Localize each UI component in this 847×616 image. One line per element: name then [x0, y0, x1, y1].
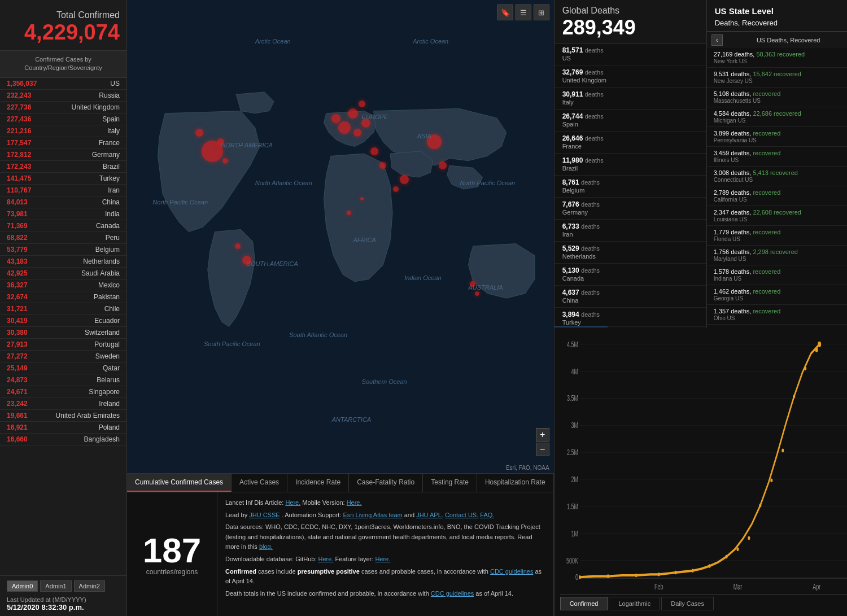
us-state-panel: US State LevelDeaths, Recovered ‹ US Dea…	[707, 0, 847, 327]
death-note: Death totals in the US include confirmed…	[225, 590, 431, 597]
chart-tab-logarithmic[interactable]: Logarithmic	[609, 597, 660, 610]
map-tab-testing-rate[interactable]: Testing Rate	[423, 474, 477, 492]
admin-tab-admin0[interactable]: Admin0	[7, 580, 38, 592]
cdc-link[interactable]: CDC guidelines	[490, 568, 533, 575]
lancet-here-link[interactable]: Here.	[285, 499, 300, 506]
country-list-item[interactable]: 172,243Brazil	[0, 161, 126, 173]
confirmed-note2: cases and probable cases, in accordance …	[361, 568, 490, 575]
countries-label: countries/regions	[146, 568, 198, 576]
svg-text:3.5M: 3.5M	[567, 394, 578, 403]
country-num: 16,660	[7, 435, 28, 443]
country-list-item[interactable]: 1,356,037US	[0, 78, 126, 90]
country-list-item[interactable]: 73,981India	[0, 208, 126, 220]
country-list-item[interactable]: 221,216Italy	[0, 125, 126, 137]
us-location: Maryland US	[714, 256, 746, 262]
map-tab-cumulative-confirmed-cases[interactable]: Cumulative Confirmed Cases	[127, 474, 232, 492]
country-list-item[interactable]: 36,327Mexico	[0, 279, 126, 291]
jhu-csse-link[interactable]: JHU CSSE	[249, 512, 280, 518]
death-num: 30,911	[562, 90, 583, 98]
country-list-item[interactable]: 31,721Chile	[0, 303, 126, 315]
country-list[interactable]: 1,356,037US232,243Russia227,736United Ki…	[0, 78, 126, 575]
svg-text:500K: 500K	[566, 556, 579, 565]
country-num: 25,149	[7, 364, 28, 372]
zoom-out-button[interactable]: −	[536, 443, 549, 456]
death-num: 26,744	[562, 112, 583, 120]
country-list-item[interactable]: 27,913Portugal	[0, 339, 126, 351]
country-list-item[interactable]: 172,812Germany	[0, 149, 126, 161]
faq-link[interactable]: FAQ.	[480, 512, 494, 518]
country-list-item[interactable]: 232,243Russia	[0, 90, 126, 102]
feature-here-link[interactable]: Here.	[375, 556, 390, 562]
zoom-in-button[interactable]: +	[536, 428, 549, 442]
country-list-item[interactable]: 24,873Belarus	[0, 374, 126, 386]
country-list-item[interactable]: 27,272Sweden	[0, 351, 126, 362]
github-here-link[interactable]: Here.	[318, 556, 334, 562]
us-location: Illinois US	[714, 157, 739, 163]
chart-tab-daily-cases[interactable]: Daily Cases	[661, 597, 714, 610]
right-top: Global Deaths 289,349 81,571 deathsUS32,…	[555, 0, 847, 327]
jhu-apl-link[interactable]: JHU APL.	[416, 512, 443, 518]
admin-tab-admin2[interactable]: Admin2	[74, 580, 105, 592]
country-list-item[interactable]: 71,369Canada	[0, 220, 126, 232]
country-num: 53,779	[7, 246, 28, 254]
mobile-here-link[interactable]: Here.	[347, 499, 362, 506]
country-list-item[interactable]: 19,661United Arab Emirates	[0, 410, 126, 422]
country-list-item[interactable]: 84,013China	[0, 196, 126, 208]
country-list-item[interactable]: 227,736United Kingdom	[0, 102, 126, 113]
automation-text: . Automation Support:	[282, 512, 343, 518]
admin-tab-admin1[interactable]: Admin1	[40, 580, 71, 592]
country-name: Italy	[107, 127, 120, 135]
country-list-item[interactable]: 16,660Bangladesh	[0, 434, 126, 445]
country-list-item[interactable]: 177,547France	[0, 137, 126, 149]
country-list-item[interactable]: 43,183Netherlands	[0, 256, 126, 268]
country-name: China	[102, 198, 120, 206]
country-list-item[interactable]: 53,779Belgium	[0, 244, 126, 256]
us-nav-prev[interactable]: ‹	[711, 34, 723, 46]
chart-tab-confirmed[interactable]: Confirmed	[560, 597, 608, 610]
country-list-item[interactable]: 68,822Peru	[0, 232, 126, 244]
outbreak-dot	[360, 197, 364, 200]
deaths-list[interactable]: 81,571 deathsUS32,769 deathsUnited Kingd…	[555, 43, 706, 326]
death-label: deaths	[585, 157, 604, 164]
esri-link[interactable]: Esri Living Atlas team	[343, 512, 403, 518]
map-tool-grid[interactable]: ⊞	[534, 5, 549, 20]
country-name: India	[105, 210, 120, 218]
map-tab-hospitalization-rate[interactable]: Hospitalization Rate	[477, 474, 554, 492]
country-name: Bangladesh	[84, 435, 120, 443]
country-num: 227,736	[7, 103, 31, 111]
map-tab-active-cases[interactable]: Active Cases	[232, 474, 287, 492]
country-list-item[interactable]: 16,921Poland	[0, 422, 126, 434]
map-tab-case-fatality-ratio[interactable]: Case-Fatality Ratio	[349, 474, 423, 492]
us-state-item: 1,462 deaths, recoveredGeorgia US	[707, 285, 847, 305]
feature-text: Feature layer:	[335, 556, 375, 562]
contact-link[interactable]: Contact US.	[445, 512, 478, 518]
country-list-item[interactable]: 25,149Qatar	[0, 362, 126, 374]
country-list-item[interactable]: 30,380Switzerland	[0, 327, 126, 339]
map-tool-bookmark[interactable]: 🔖	[497, 5, 513, 20]
map-tool-list[interactable]: ☰	[516, 5, 531, 20]
country-list-item[interactable]: 141,475Turkey	[0, 173, 126, 185]
map-area[interactable]: Arctic OceanArctic OceanNorth Pacific Oc…	[127, 0, 554, 473]
country-list-item[interactable]: 24,671Singapore	[0, 386, 126, 398]
us-state-item: 1,756 deaths, 2,298 recoveredMaryland US	[707, 246, 847, 265]
country-list-item[interactable]: 42,925Saudi Arabia	[0, 268, 126, 279]
svg-point-31	[736, 548, 739, 552]
us-location: Massachusetts US	[714, 98, 761, 104]
death-list-item: 32,769 deathsUnited Kingdom	[555, 65, 706, 88]
country-list-item[interactable]: 23,242Ireland	[0, 398, 126, 410]
svg-text:0: 0	[575, 573, 578, 582]
death-list-item: 81,571 deathsUS	[555, 43, 706, 65]
cdc-link2[interactable]: CDC guidelines	[431, 590, 474, 597]
country-list-item[interactable]: 32,674Pakistan	[0, 291, 126, 303]
country-name: Ecuador	[94, 317, 120, 325]
death-list-item: 5,130 deathsCanada	[555, 264, 706, 286]
country-list-item[interactable]: 110,767Iran	[0, 185, 126, 196]
map-tab-incidence-rate[interactable]: Incidence Rate	[287, 474, 349, 492]
country-list-item[interactable]: 30,419Ecuador	[0, 315, 126, 327]
country-list-item[interactable]: 227,436Spain	[0, 113, 126, 125]
death-num: 7,676	[562, 200, 579, 208]
country-name: Peru	[106, 234, 120, 242]
us-state-list[interactable]: 27,169 deaths, 58,363 recoveredNew York …	[707, 48, 847, 327]
blog-link[interactable]: blog.	[259, 543, 273, 550]
country-name: Belgium	[95, 246, 120, 254]
